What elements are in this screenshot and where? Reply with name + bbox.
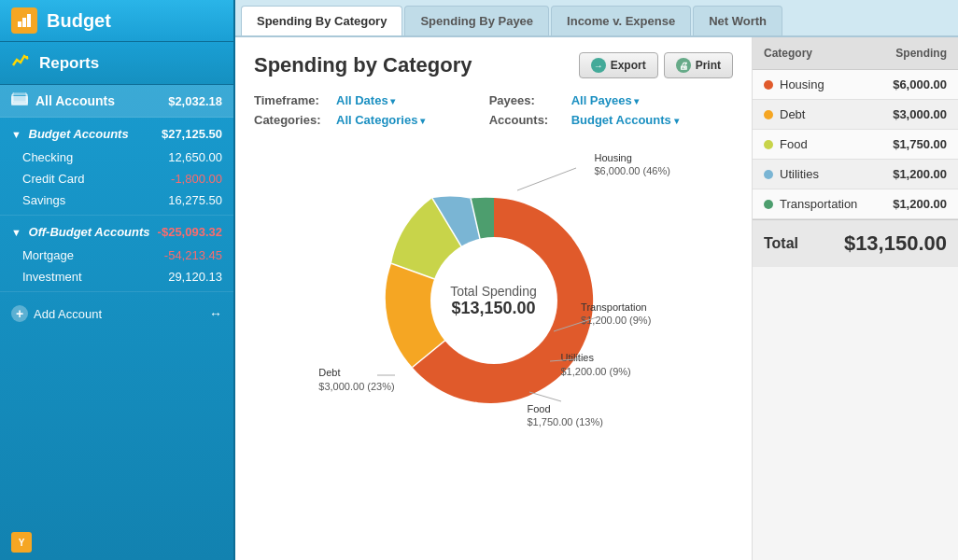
ynab-logo: Y bbox=[11, 532, 32, 553]
add-icon: + bbox=[11, 305, 28, 322]
off-budget-accounts-title: ▼ Off-Budget Accounts bbox=[11, 225, 150, 239]
total-label: Total bbox=[764, 235, 798, 252]
export-button[interactable]: → Export bbox=[579, 52, 658, 78]
category-dot bbox=[764, 80, 773, 90]
category-left: Food bbox=[764, 137, 808, 151]
sidebar-item-reports[interactable]: Reports bbox=[0, 42, 233, 85]
category-row[interactable]: Debt $3,000.00 bbox=[753, 100, 958, 130]
all-accounts-label: All Accounts bbox=[35, 93, 115, 108]
categories-label: Categories: bbox=[254, 113, 329, 127]
checking-row[interactable]: Checking 12,650.00 bbox=[0, 147, 233, 168]
tab-income-vs-expense[interactable]: Income v. Expense bbox=[551, 6, 691, 35]
print-icon: 🖨 bbox=[676, 58, 691, 73]
budget-accounts-header[interactable]: ▼ Budget Accounts $27,125.50 bbox=[0, 121, 233, 147]
category-amount: $1,200.00 bbox=[893, 197, 947, 211]
category-row[interactable]: Food $1,750.00 bbox=[753, 130, 958, 160]
tabs-bar: Spending By Category Spending By Payee I… bbox=[235, 0, 958, 37]
investment-amount: 29,120.13 bbox=[168, 270, 222, 284]
category-row[interactable]: Transportation $1,200.00 bbox=[753, 189, 958, 219]
add-account-button[interactable]: + Add Account bbox=[11, 305, 102, 322]
chart-container: Total Spending $13,150.00 Housing$6,000.… bbox=[254, 142, 733, 459]
accounts-value[interactable]: Budget Accounts bbox=[571, 113, 679, 127]
tab-spending-by-category[interactable]: Spending By Category bbox=[241, 6, 402, 35]
budget-accounts-title: ▼ Budget Accounts bbox=[11, 127, 129, 141]
category-row[interactable]: Utilities $1,200.00 bbox=[753, 160, 958, 189]
export-icon: → bbox=[591, 58, 606, 73]
payees-value[interactable]: All Payees bbox=[571, 93, 640, 107]
filters: Timeframe: All Dates Payees: All Payees … bbox=[254, 93, 733, 127]
category-dot bbox=[764, 140, 773, 149]
col-spending-header: Spending bbox=[895, 47, 947, 60]
category-left: Housing bbox=[764, 77, 824, 91]
total-row: Total $13,150.00 bbox=[753, 219, 958, 267]
tab-net-worth[interactable]: Net Worth bbox=[693, 6, 782, 35]
sidebar-header: Budget bbox=[0, 0, 233, 42]
content-area: Spending by Category → Export 🖨 Print Ti… bbox=[235, 37, 958, 560]
categories-value[interactable]: All Categories bbox=[336, 113, 425, 127]
utilities-label: Utilities$1,200.00 (9%) bbox=[561, 351, 631, 378]
svg-rect-1 bbox=[22, 18, 26, 27]
print-button[interactable]: 🖨 Print bbox=[664, 52, 733, 78]
category-name: Debt bbox=[780, 107, 805, 121]
checking-name: Checking bbox=[22, 150, 73, 164]
category-left: Utilities bbox=[764, 167, 819, 181]
budget-accounts-group: ▼ Budget Accounts $27,125.50 Checking 12… bbox=[0, 118, 233, 216]
category-amount: $3,000.00 bbox=[893, 107, 947, 121]
budget-icon bbox=[11, 7, 37, 34]
accounts-label: Accounts: bbox=[489, 113, 564, 127]
app-title: Budget bbox=[47, 10, 111, 32]
mortgage-amount: -54,213.45 bbox=[164, 248, 222, 262]
category-row[interactable]: Housing $6,000.00 bbox=[753, 70, 958, 100]
mortgage-row[interactable]: Mortgage -54,213.45 bbox=[0, 245, 233, 266]
chart-panel-header: Spending by Category → Export 🖨 Print bbox=[254, 52, 733, 78]
off-budget-collapse-icon: ▼ bbox=[11, 227, 21, 238]
timeframe-filter: Timeframe: All Dates bbox=[254, 93, 480, 107]
timeframe-label: Timeframe: bbox=[254, 93, 329, 107]
category-left: Debt bbox=[764, 107, 805, 121]
categories-list: Housing $6,000.00 Debt $3,000.00 Food $1… bbox=[753, 70, 958, 219]
category-dot bbox=[764, 110, 773, 119]
budget-collapse-icon: ▼ bbox=[11, 129, 21, 140]
chart-title: Spending by Category bbox=[254, 53, 472, 77]
food-label: Food$1,750.00 (13%) bbox=[528, 402, 603, 429]
svg-rect-2 bbox=[27, 14, 31, 27]
timeframe-value[interactable]: All Dates bbox=[336, 93, 395, 107]
accounts-filter: Accounts: Budget Accounts bbox=[489, 113, 733, 127]
category-dot bbox=[764, 170, 773, 179]
investment-name: Investment bbox=[22, 270, 82, 284]
svg-rect-0 bbox=[18, 21, 21, 27]
checking-amount: 12,650.00 bbox=[168, 150, 222, 164]
credit-card-row[interactable]: Credit Card -1,800.00 bbox=[0, 168, 233, 189]
savings-row[interactable]: Savings 16,275.50 bbox=[0, 189, 233, 211]
savings-name: Savings bbox=[22, 193, 65, 207]
category-left: Transportation bbox=[764, 197, 857, 211]
right-panel: Category Spending Housing $6,000.00 Debt… bbox=[753, 37, 958, 560]
add-account-row[interactable]: + Add Account ↔ bbox=[0, 296, 233, 331]
add-account-label: Add Account bbox=[34, 307, 102, 321]
reports-label: Reports bbox=[39, 54, 99, 73]
main-content: Spending By Category Spending By Payee I… bbox=[235, 0, 958, 560]
categories-filter: Categories: All Categories bbox=[254, 113, 480, 127]
investment-row[interactable]: Investment 29,120.13 bbox=[0, 266, 233, 287]
right-panel-header: Category Spending bbox=[753, 37, 958, 70]
reports-icon bbox=[11, 51, 30, 75]
sidebar: Budget Reports All Accounts $2,032.18 bbox=[0, 0, 235, 560]
chart-panel: Spending by Category → Export 🖨 Print Ti… bbox=[235, 37, 753, 560]
payees-filter: Payees: All Payees bbox=[489, 93, 733, 107]
off-budget-accounts-header[interactable]: ▼ Off-Budget Accounts -$25,093.32 bbox=[0, 219, 233, 245]
off-budget-accounts-amount: -$25,093.32 bbox=[158, 225, 222, 239]
category-amount: $6,000.00 bbox=[893, 77, 947, 91]
all-accounts-amount: $2,032.18 bbox=[168, 94, 222, 108]
mortgage-name: Mortgage bbox=[22, 248, 74, 262]
all-accounts-row[interactable]: All Accounts $2,032.18 bbox=[0, 85, 233, 118]
category-name: Food bbox=[780, 137, 808, 151]
donut-chart: Total Spending $13,150.00 Housing$6,000.… bbox=[326, 151, 662, 450]
category-amount: $1,750.00 bbox=[893, 137, 947, 151]
resize-arrows-icon: ↔ bbox=[209, 306, 222, 321]
credit-card-amount: -1,800.00 bbox=[171, 172, 222, 186]
tab-spending-by-payee[interactable]: Spending By Payee bbox=[404, 6, 549, 35]
all-accounts-left: All Accounts bbox=[11, 92, 115, 109]
category-dot bbox=[764, 200, 773, 209]
transportation-label: Transportation$1,200.00 (9%) bbox=[581, 301, 651, 328]
budget-accounts-amount: $27,125.50 bbox=[162, 127, 222, 141]
